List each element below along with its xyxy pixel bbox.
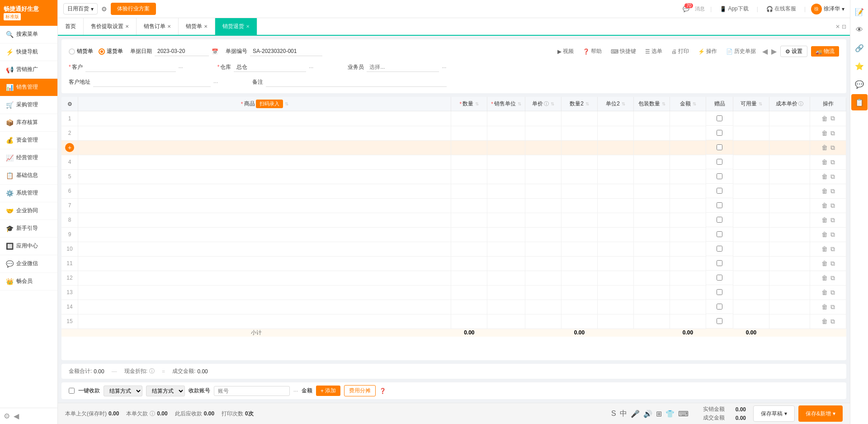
delete-row-icon[interactable]: 🗑: [821, 260, 828, 267]
delete-row-icon[interactable]: 🗑: [821, 231, 828, 238]
sidebar-item-sales[interactable]: 📊 销售管理: [0, 79, 57, 96]
sort-qty2-icon[interactable]: ⇅: [585, 101, 589, 106]
online-service-btn[interactable]: 🎧 在线客服: [764, 4, 799, 14]
fee-split-btn[interactable]: 费用分摊: [344, 385, 376, 396]
price-cell[interactable]: [525, 140, 561, 155]
industry-select[interactable]: 日用百货 ▾: [63, 3, 98, 14]
copy-row-icon[interactable]: ⧉: [830, 303, 835, 311]
available-cell[interactable]: [733, 111, 769, 126]
gear-icon[interactable]: ⚙: [67, 101, 72, 107]
copy-row-icon[interactable]: ⧉: [830, 144, 835, 152]
sidebar-item-vip[interactable]: 👑 畅会员: [0, 273, 57, 291]
delete-row-icon[interactable]: 🗑: [821, 245, 828, 252]
pack-qty-cell[interactable]: [634, 111, 670, 126]
copy-row-icon[interactable]: ⧉: [830, 216, 835, 224]
rp-note-item[interactable]: 📝: [851, 4, 868, 20]
product-cell[interactable]: [78, 111, 451, 126]
unit2-cell[interactable]: [598, 140, 634, 155]
price-info-icon[interactable]: ⓘ: [544, 100, 549, 107]
toolbar-icon-2[interactable]: 中: [620, 409, 627, 419]
scan-input-btn[interactable]: 扫码录入: [256, 100, 283, 108]
customer-input[interactable]: [85, 62, 176, 72]
copy-row-icon[interactable]: ⧉: [830, 318, 835, 325]
toolbar-icon-3[interactable]: 🎤: [631, 410, 640, 418]
gift-checkbox[interactable]: [717, 115, 722, 121]
restore-icon[interactable]: ⊡: [842, 24, 846, 30]
sidebar-item-corpwx[interactable]: 💬 企业微信: [0, 255, 57, 273]
remark-input[interactable]: [266, 77, 447, 87]
date-input[interactable]: [155, 47, 209, 56]
cost-info-icon[interactable]: ⓘ: [798, 100, 803, 107]
experience-btn[interactable]: 体验行业方案: [111, 3, 156, 15]
rp-view-item[interactable]: 👁: [851, 22, 868, 38]
sort-pack-icon[interactable]: ⇅: [662, 101, 665, 106]
history-next-icon[interactable]: ▶: [771, 47, 777, 56]
rp-doc-item[interactable]: 📋: [851, 94, 868, 110]
sidebar-item-operation[interactable]: 📈 经营管理: [0, 149, 57, 167]
delete-row-icon[interactable]: 🗑: [821, 303, 828, 310]
salesperson-input[interactable]: [367, 62, 439, 72]
calc-select[interactable]: 结算方式: [146, 386, 185, 396]
gift-checkbox[interactable]: [717, 318, 722, 324]
sidebar-item-appcenter[interactable]: 🔲 应用中心: [0, 238, 57, 255]
help-btn[interactable]: ❓ 帮助: [580, 46, 604, 57]
delete-row-icon[interactable]: 🗑: [821, 289, 828, 296]
copy-row-icon[interactable]: ⧉: [830, 129, 835, 137]
pack-qty-cell[interactable]: [634, 140, 670, 155]
tab-sales-return[interactable]: 销货退货 ✕: [215, 18, 257, 35]
delete-row-icon[interactable]: 🗑: [821, 202, 828, 209]
radio-sales-bill[interactable]: 销货单: [69, 48, 93, 55]
qty2-cell[interactable]: [561, 126, 598, 140]
sort-qty-icon[interactable]: ⇅: [475, 101, 479, 106]
rp-chat-item[interactable]: 💬: [851, 76, 868, 92]
gift-checkbox[interactable]: [717, 275, 722, 281]
gift-checkbox[interactable]: [717, 217, 722, 223]
delete-row-icon[interactable]: 🗑: [821, 158, 828, 166]
shortcut-key-btn[interactable]: ⌨ 快捷键: [608, 46, 639, 57]
history-prev-icon[interactable]: ◀: [762, 47, 768, 56]
copy-row-icon[interactable]: ⧉: [830, 187, 835, 195]
copy-row-icon[interactable]: ⧉: [830, 260, 835, 267]
operation-btn[interactable]: ⚡ 操作: [695, 46, 720, 57]
user-menu[interactable]: 徐 徐泽华 ▾: [811, 4, 844, 14]
warehouse-input[interactable]: [234, 62, 306, 72]
account-input[interactable]: [214, 386, 290, 396]
history-bill-btn[interactable]: 📄 历史单据: [723, 46, 759, 57]
gift-cell[interactable]: [706, 111, 733, 126]
unit2-cell[interactable]: [598, 126, 634, 140]
product-cell-active[interactable]: [78, 140, 451, 155]
sort-avail-icon[interactable]: ⇅: [759, 101, 762, 106]
sidebar-item-inventory[interactable]: 📦 库存核算: [0, 114, 57, 132]
address-input[interactable]: [93, 77, 211, 87]
qty2-cell[interactable]: [561, 111, 598, 126]
amount-cell[interactable]: [670, 140, 706, 155]
customer-select-icon[interactable]: ···: [179, 64, 183, 71]
delete-row-icon[interactable]: 🗑: [821, 187, 828, 195]
warehouse-select-icon[interactable]: ···: [309, 64, 313, 71]
toolbar-icon-4[interactable]: 🔊: [643, 410, 652, 418]
gift-cell[interactable]: [706, 126, 733, 140]
gift-checkbox[interactable]: [717, 173, 722, 179]
rp-star-item[interactable]: ⭐: [851, 58, 868, 74]
fee-help-icon[interactable]: ❓: [379, 388, 386, 394]
toolbar-icon-6[interactable]: 👕: [665, 410, 675, 418]
tab-sales-order[interactable]: 销售订单 ✕: [137, 18, 179, 35]
copy-row-icon[interactable]: ⧉: [830, 202, 835, 210]
sort-price-icon[interactable]: ⇅: [551, 101, 554, 106]
tab-sales-bill[interactable]: 销货单 ✕: [179, 18, 215, 35]
tab-price-setting[interactable]: 售价提取设置 ✕: [84, 18, 137, 35]
address-select-icon[interactable]: ···: [213, 79, 218, 86]
available-cell[interactable]: [733, 140, 769, 155]
available-cell[interactable]: [733, 126, 769, 140]
sidebar-item-purchase[interactable]: 🛒 采购管理: [0, 96, 57, 114]
product-input-active[interactable]: [82, 144, 447, 151]
radio-return-bill[interactable]: 退货单: [99, 48, 123, 55]
sidebar-item-corp[interactable]: 🤝 企业协同: [0, 202, 57, 220]
gift-checkbox[interactable]: [717, 202, 722, 208]
th-gear[interactable]: ⚙: [61, 97, 78, 111]
delete-row-icon[interactable]: 🗑: [821, 115, 828, 122]
product-cell[interactable]: [78, 126, 451, 140]
price-cell[interactable]: [525, 126, 561, 140]
qty-cell[interactable]: [451, 111, 487, 126]
app-download-btn[interactable]: 📱 App下载: [717, 4, 751, 14]
